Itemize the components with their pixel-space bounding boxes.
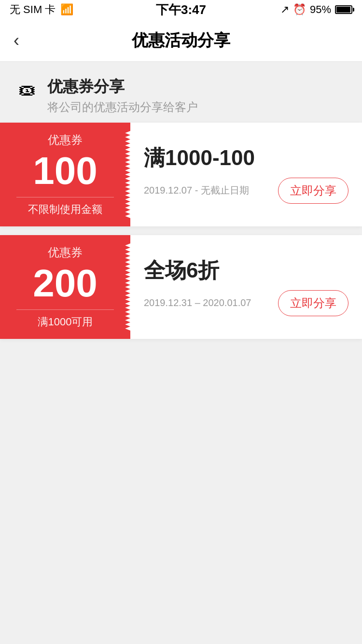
section-text: 优惠券分享 将公司的优惠活动分享给客户	[47, 76, 198, 115]
coupon-list: 优惠券 100 不限制使用金额 满1000-100 2019.12.07 - 无…	[0, 123, 362, 357]
coupon-condition-2: 满1000可用	[38, 315, 93, 329]
coupon-footer-1: 2019.12.07 - 无截止日期 立即分享	[144, 178, 348, 204]
coupon-section-icon: 🎟	[14, 77, 40, 102]
coupon-label-2: 优惠券	[48, 245, 83, 260]
share-button-1[interactable]: 立即分享	[278, 178, 348, 204]
coupon-amount-1: 100	[33, 152, 97, 190]
coupon-left-2: 优惠券 200 满1000可用	[0, 235, 130, 339]
location-icon: ↗	[280, 3, 289, 16]
battery-percent: 95%	[310, 3, 331, 16]
page-title: 优惠活动分享	[132, 29, 230, 52]
coupon-left-1: 优惠券 100 不限制使用金额	[0, 123, 130, 226]
bottom-area	[0, 357, 362, 644]
alarm-icon: ⏰	[293, 3, 306, 16]
coupon-name-2: 全场6折	[144, 258, 348, 283]
status-time: 下午3:47	[156, 1, 206, 18]
status-left: 无 SIM 卡 📶	[10, 2, 73, 17]
coupon-divider-1	[16, 197, 114, 197]
coupon-right-2: 全场6折 2019.12.31 – 2020.01.07 立即分享	[130, 235, 362, 339]
back-button[interactable]: ‹	[14, 30, 19, 51]
coupon-card-1: 优惠券 100 不限制使用金额 满1000-100 2019.12.07 - 无…	[0, 123, 362, 226]
coupon-date-1: 2019.12.07 - 无截止日期	[144, 184, 273, 197]
section-title: 优惠券分享	[47, 76, 198, 98]
coupon-label-1: 优惠券	[48, 132, 83, 148]
coupon-amount-2: 200	[33, 264, 97, 303]
status-right: ↗ ⏰ 95%	[280, 3, 352, 16]
section-subtitle: 将公司的优惠活动分享给客户	[47, 99, 198, 115]
nav-bar: ‹ 优惠活动分享	[0, 19, 362, 62]
sim-label: 无 SIM 卡	[10, 2, 56, 17]
coupon-condition-1: 不限制使用金额	[28, 202, 102, 217]
wifi-icon: 📶	[60, 3, 73, 16]
coupon-name-1: 满1000-100	[144, 145, 348, 171]
share-button-2[interactable]: 立即分享	[278, 290, 348, 316]
coupon-right-1: 满1000-100 2019.12.07 - 无截止日期 立即分享	[130, 123, 362, 226]
section-header: 🎟 优惠券分享 将公司的优惠活动分享给客户	[0, 62, 362, 123]
status-bar: 无 SIM 卡 📶 下午3:47 ↗ ⏰ 95%	[0, 0, 362, 19]
coupon-footer-2: 2019.12.31 – 2020.01.07 立即分享	[144, 290, 348, 316]
coupon-date-2: 2019.12.31 – 2020.01.07	[144, 297, 273, 308]
coupon-card-2: 优惠券 200 满1000可用 全场6折 2019.12.31 – 2020.0…	[0, 235, 362, 339]
battery-icon	[335, 5, 352, 14]
coupon-divider-2	[16, 309, 114, 310]
